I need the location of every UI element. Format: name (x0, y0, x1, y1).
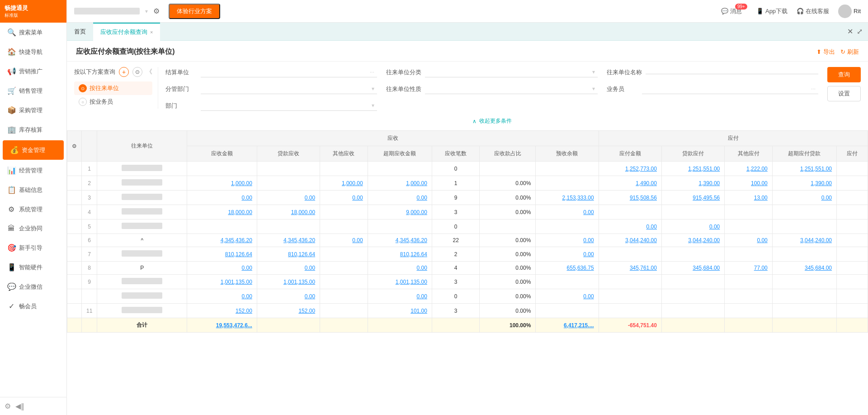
table-cell[interactable]: 4,345,436.20 (187, 234, 257, 247)
table-cell[interactable]: 101.00 (368, 304, 432, 318)
sidebar-item-quicknav[interactable]: 🏠 快捷导航 (0, 42, 66, 62)
table-cell[interactable]: 1,000.00 (187, 176, 257, 191)
table-cell[interactable]: 1,251,551.00 (661, 162, 724, 176)
filter-salesperson-input[interactable]: ··· (642, 84, 818, 94)
table-cell[interactable]: 0.00 (536, 289, 599, 304)
table-cell[interactable]: 915,508.56 (599, 191, 661, 205)
table-cell[interactable]: 0.00 (320, 234, 368, 247)
table-cell[interactable]: 0.00 (257, 262, 320, 275)
filter-dept-mgr-input[interactable]: ▾ (201, 84, 377, 94)
sidebar-item-basic[interactable]: 📋 基础信息 (0, 180, 66, 200)
sidebar-collapse-icon[interactable]: ◀‖ (15, 402, 24, 410)
table-cell[interactable]: 13.00 (725, 191, 773, 205)
table-cell[interactable]: 4,345,436.20 (368, 234, 432, 247)
table-cell[interactable]: 1,390.00 (661, 176, 724, 191)
table-cell[interactable]: 3,044,240.00 (772, 234, 836, 247)
query-button[interactable]: 查询 (827, 67, 861, 82)
sidebar-item-guide[interactable]: 🎯 新手引导 (0, 238, 66, 258)
table-cell[interactable]: 0.00 (187, 262, 257, 275)
table-cell[interactable]: 1,001,135.00 (257, 275, 320, 289)
table-cell[interactable]: 915,495.56 (661, 191, 724, 205)
collapse-more-bar[interactable]: ∧ 收起更多条件 (165, 114, 818, 127)
table-settings-icon[interactable]: ⚙ (72, 143, 77, 149)
table-cell[interactable]: 1,390.00 (772, 176, 836, 191)
table-cell[interactable]: 152.00 (257, 304, 320, 318)
table-cell[interactable]: 1,490.00 (599, 176, 661, 191)
table-cell[interactable]: 18,000.00 (187, 205, 257, 219)
table-wrapper[interactable]: ⚙ 往来单位 应收 应付 应收金额 (67, 130, 868, 415)
table-cell[interactable]: 0.00 (187, 191, 257, 205)
sidebar-item-enterprise[interactable]: 🏛 企业协同 (0, 219, 66, 238)
expand-window-icon[interactable]: ⤢ (857, 27, 863, 36)
filter-unit-category-input[interactable]: ▾ (425, 67, 598, 77)
table-cell[interactable]: 0.00 (257, 191, 320, 205)
table-cell[interactable]: 655,636.75 (536, 262, 599, 275)
sidebar-item-search[interactable]: 🔍 搜索菜单 (0, 23, 66, 42)
sidebar-item-marketing[interactable]: 📢 营销推广 (0, 62, 66, 81)
message-button[interactable]: 💬 消息 99+ (721, 7, 742, 15)
table-cell[interactable]: 0.00 (368, 262, 432, 275)
app-download-button[interactable]: 📱 App下载 (756, 7, 788, 15)
sidebar-item-finance[interactable]: 💰 资金管理 (3, 140, 64, 160)
table-cell[interactable]: 3,044,240.00 (599, 234, 661, 247)
sidebar-settings-icon[interactable]: ⚙ (5, 402, 11, 410)
sidebar-item-member[interactable]: ✓ 畅会员 (0, 296, 66, 316)
table-cell[interactable]: 2,153,333.00 (536, 191, 599, 205)
table-cell[interactable]: 1,252,773.00 (599, 162, 661, 176)
setting-button[interactable]: 设置 (827, 86, 861, 101)
refresh-button[interactable]: ↻ 刷新 (840, 48, 859, 56)
table-cell[interactable]: 0.00 (187, 289, 257, 304)
online-service-button[interactable]: 🎧 在线客服 (797, 7, 829, 15)
filter-unit-name-input[interactable] (646, 70, 818, 74)
filter-settlement-input[interactable]: ··· (201, 67, 377, 77)
table-cell[interactable]: 1,222.00 (725, 162, 773, 176)
table-cell[interactable]: 3,044,240.00 (661, 234, 724, 247)
table-cell[interactable]: 0.00 (320, 191, 368, 205)
table-cell[interactable]: 1,001,135.00 (368, 275, 432, 289)
tab-home[interactable]: 首页 (67, 23, 93, 41)
table-cell[interactable]: 810,126.64 (257, 247, 320, 262)
tab-ar-ap[interactable]: 应收应付余额查询 × (93, 23, 160, 41)
tab-close-icon[interactable]: × (150, 29, 153, 35)
table-cell[interactable]: 4,345,436.20 (257, 234, 320, 247)
table-cell[interactable]: 810,126.64 (368, 247, 432, 262)
table-settings-col[interactable]: ⚙ (67, 131, 82, 162)
scheme-item-staff[interactable]: ○ 按业务员 (74, 95, 152, 109)
table-cell[interactable]: 77.00 (725, 262, 773, 275)
table-cell[interactable]: 100.00 (725, 176, 773, 191)
table-cell[interactable]: 345,684.00 (772, 262, 836, 275)
sidebar-item-inventory[interactable]: 🏢 库存核算 (0, 120, 66, 139)
sidebar-item-system[interactable]: ⚙ 系统管理 (0, 200, 66, 219)
filter-dept-input[interactable]: ▾ (201, 100, 377, 111)
sidebar-item-purchase[interactable]: 📦 采购管理 (0, 100, 66, 120)
avatar[interactable]: Rit (838, 5, 861, 18)
export-button[interactable]: ⬆ 导出 (816, 48, 835, 56)
table-cell[interactable]: 0.00 (536, 205, 599, 219)
filter-add-button[interactable]: + (119, 67, 129, 77)
table-cell[interactable]: 0.00 (725, 234, 773, 247)
table-cell[interactable]: 810,126.64 (187, 247, 257, 262)
table-cell[interactable]: 345,761.00 (599, 262, 661, 275)
sidebar-item-sales[interactable]: 🛒 销售管理 (0, 81, 66, 100)
filter-unit-nature-input[interactable]: ▾ (425, 84, 598, 94)
filter-setting-button[interactable]: ⊙ (132, 67, 142, 77)
table-cell[interactable]: 0.00 (368, 289, 432, 304)
scheme-item-unit[interactable]: ⊙ 按往来单位 (74, 81, 152, 95)
table-cell[interactable]: 18,000.00 (257, 205, 320, 219)
table-cell[interactable]: 1,251,551.00 (772, 162, 836, 176)
table-cell[interactable]: 1,000.00 (320, 176, 368, 191)
table-cell[interactable]: 1,001,135.00 (187, 275, 257, 289)
table-cell[interactable]: 0.00 (536, 234, 599, 247)
table-cell[interactable]: 0.00 (257, 289, 320, 304)
table-cell[interactable]: 152.00 (187, 304, 257, 318)
promo-button[interactable]: 体验行业方案 (169, 4, 220, 19)
table-cell[interactable]: 0.00 (772, 191, 836, 205)
table-cell[interactable]: 345,684.00 (661, 262, 724, 275)
table-cell[interactable]: 0.00 (599, 219, 661, 234)
sidebar-item-hardware[interactable]: 📱 智能硬件 (0, 258, 66, 277)
table-cell[interactable]: 0.00 (661, 219, 724, 234)
close-window-icon[interactable]: ✕ (847, 27, 853, 36)
table-cell[interactable]: 1,000.00 (368, 176, 432, 191)
filter-collapse-button[interactable]: 《 (146, 68, 152, 76)
table-cell[interactable]: 0.00 (536, 247, 599, 262)
